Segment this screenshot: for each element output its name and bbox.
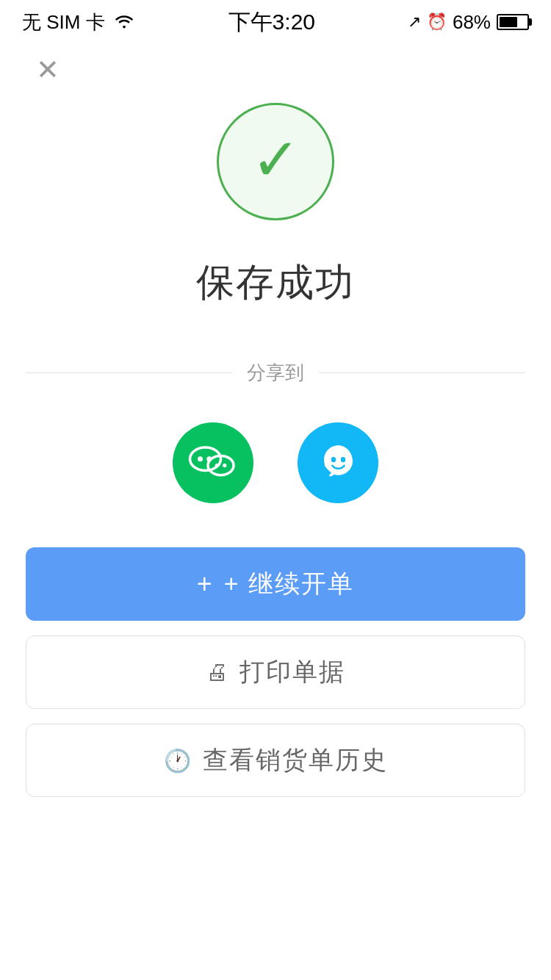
wechat-icon — [187, 437, 239, 489]
success-circle: ✓ — [217, 103, 334, 220]
status-left: 无 SIM 卡 — [22, 10, 136, 35]
location-icon: ↗ — [408, 12, 421, 32]
share-divider: 分享到 — [26, 360, 525, 386]
print-label: 打印单据 — [240, 655, 345, 689]
qq-share-button[interactable] — [298, 422, 378, 503]
share-section: 分享到 — [0, 360, 551, 503]
continue-label: + 继续开单 — [224, 567, 354, 601]
qq-icon — [314, 439, 362, 487]
svg-point-6 — [331, 457, 336, 462]
history-label: 查看销货单历史 — [203, 743, 388, 777]
svg-point-9 — [346, 461, 352, 468]
alarm-icon: ⏰ — [427, 12, 447, 32]
svg-point-5 — [223, 464, 226, 467]
print-button[interactable]: 🖨 打印单据 — [26, 635, 525, 709]
main-content: ✓ 保存成功 分享到 — [0, 44, 551, 797]
status-bar: 无 SIM 卡 下午3:20 ↗ ⏰ 68% — [0, 0, 551, 44]
share-label: 分享到 — [247, 360, 304, 386]
battery-icon — [497, 14, 529, 30]
buttons-section: + + 继续开单 🖨 打印单据 🕐 查看销货单历史 — [26, 547, 525, 797]
success-title: 保存成功 — [196, 257, 355, 309]
sim-label: 无 SIM 卡 — [22, 10, 105, 35]
checkmark-icon: ✓ — [251, 131, 300, 190]
clock-icon: 🕐 — [164, 748, 192, 774]
history-button[interactable]: 🕐 查看销货单历史 — [26, 724, 525, 797]
divider-right — [319, 372, 525, 373]
plus-icon: + — [197, 569, 214, 599]
status-time: 下午3:20 — [228, 7, 315, 37]
status-right: ↗ ⏰ 68% — [408, 11, 529, 34]
print-icon: 🖨 — [206, 660, 229, 685]
divider-left — [26, 372, 232, 373]
close-icon: ✕ — [36, 56, 60, 84]
share-icons-container — [173, 422, 378, 503]
battery-label: 68% — [453, 11, 491, 34]
continue-button[interactable]: + + 继续开单 — [26, 547, 525, 621]
svg-point-8 — [324, 461, 330, 468]
close-button[interactable]: ✕ — [29, 51, 66, 88]
wifi-icon — [112, 11, 136, 34]
wechat-share-button[interactable] — [173, 422, 253, 503]
svg-point-1 — [198, 456, 203, 461]
svg-point-4 — [215, 464, 219, 467]
svg-point-7 — [340, 457, 345, 462]
